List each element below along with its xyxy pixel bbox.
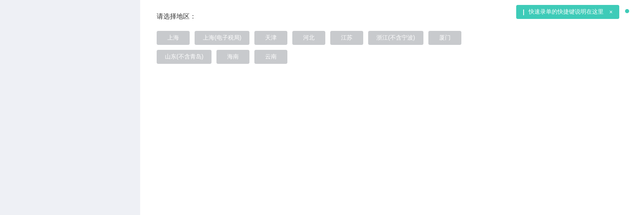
region-row-1: 上海 上海(电子税局) 天津 河北 江苏 浙江(不含宁波) 厦门 [157, 31, 628, 45]
region-btn-hainan[interactable]: 海南 [216, 50, 249, 64]
tooltip-banner: 快速录单的快捷键说明在这里 × [516, 5, 619, 19]
region-btn-shandong[interactable]: 山东(不含青岛) [157, 50, 212, 64]
main-content: 请选择地区： 上海 上海(电子税局) 天津 河北 江苏 浙江(不含宁波) 厦门 … [140, 0, 644, 215]
region-btn-hebei[interactable]: 河北 [292, 31, 325, 45]
region-btn-shanghai[interactable]: 上海 [157, 31, 190, 45]
region-row-2: 山东(不含青岛) 海南 云南 [157, 50, 628, 64]
region-btn-yunnan[interactable]: 云南 [254, 50, 287, 64]
tooltip-close-button[interactable]: × [609, 9, 613, 15]
region-btn-tianjin[interactable]: 天津 [254, 31, 287, 45]
tooltip-text: 快速录单的快捷键说明在这里 [529, 8, 604, 16]
region-btn-xiamen[interactable]: 厦门 [428, 31, 461, 45]
region-btn-shanghai-etax[interactable]: 上海(电子税局) [195, 31, 249, 45]
tooltip-dot [625, 9, 629, 13]
region-btn-zhejiang[interactable]: 浙江(不含宁波) [368, 31, 423, 45]
region-btn-jiangsu[interactable]: 江苏 [330, 31, 363, 45]
left-sidebar [0, 0, 140, 215]
